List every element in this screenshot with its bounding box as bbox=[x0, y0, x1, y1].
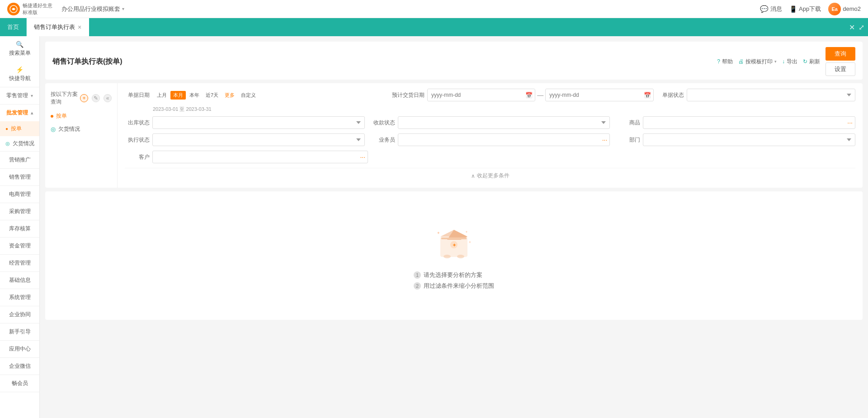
sidebar-item-purchase[interactable]: 采购管理 bbox=[0, 203, 39, 220]
salesperson-input[interactable] bbox=[398, 133, 610, 146]
salesperson-ellipsis-button[interactable]: ··· bbox=[602, 136, 608, 143]
sidebar-item-newbie[interactable]: 新手引导 bbox=[0, 323, 39, 340]
sidebar-wechat-section: 企业微信 bbox=[0, 358, 39, 375]
template-print-button[interactable]: 🖨 按模板打印 ▾ bbox=[738, 58, 777, 66]
sidebar-item-inventory[interactable]: 库存核算 bbox=[0, 220, 39, 237]
help-button[interactable]: ? 帮助 bbox=[717, 58, 733, 66]
by-order-dot-icon: ● bbox=[5, 126, 8, 131]
filter-field-doc-status: 单据状态 bbox=[659, 89, 855, 101]
header-left: 畅捷通好生意 标准版 办公用品行业模拟账套 ▾ bbox=[7, 2, 124, 15]
expected-date-start-input[interactable] bbox=[427, 89, 535, 101]
svg-text:✦: ✦ bbox=[437, 231, 440, 235]
filter-row-2: 出库状态 收款状态 bbox=[125, 116, 855, 129]
logo-area: 畅捷通好生意 标准版 bbox=[7, 2, 52, 15]
scheme-item-by-order[interactable]: 按单 bbox=[45, 109, 117, 123]
period-more[interactable]: 更多 bbox=[222, 91, 237, 100]
retail-expand-icon: ▾ bbox=[31, 93, 33, 98]
dept-select[interactable] bbox=[643, 133, 855, 146]
refresh-button[interactable]: ↻ 刷新 bbox=[803, 58, 820, 66]
logo-text: 畅捷通好生意 标准版 bbox=[23, 2, 52, 15]
sidebar-item-wechat[interactable]: 企业微信 bbox=[0, 358, 39, 375]
sidebar-item-apps[interactable]: 应用中心 bbox=[0, 341, 39, 357]
date-separator: — bbox=[537, 91, 543, 99]
tab-spacer bbox=[89, 18, 845, 36]
message-button[interactable]: 💬 消息 bbox=[760, 5, 782, 13]
doc-status-select[interactable] bbox=[687, 89, 855, 101]
tab-home[interactable]: 首页 bbox=[0, 18, 27, 36]
sidebar-item-sales[interactable]: 销售管理 bbox=[0, 169, 39, 185]
message-icon: 💬 bbox=[760, 5, 769, 13]
app-download-button[interactable]: 📱 App下载 bbox=[789, 5, 821, 13]
scheme-item-owe[interactable]: ◎ 欠货情况 bbox=[45, 123, 117, 136]
sidebar-ecommerce-section: 电商管理 bbox=[0, 186, 39, 203]
customer-ellipsis-button[interactable]: ··· bbox=[360, 153, 365, 161]
goods-input[interactable] bbox=[643, 116, 855, 129]
sidebar-item-marketing[interactable]: 营销推广 bbox=[0, 152, 39, 168]
goods-ellipsis-button[interactable]: ··· bbox=[847, 119, 853, 126]
filter-panel: 按以下方案查询 + ✎ « 按单 ◎ bbox=[45, 83, 863, 188]
customer-input[interactable] bbox=[152, 151, 368, 163]
doc-status-select-wrap bbox=[687, 89, 855, 101]
tab-sales-order[interactable]: 销售订单执行表 × bbox=[27, 18, 89, 36]
collapse-more-button[interactable]: ∧ 收起更多条件 bbox=[471, 172, 509, 180]
period-this-year[interactable]: 本年 bbox=[187, 91, 202, 100]
query-button[interactable]: 查询 bbox=[826, 47, 855, 61]
step-1-num: 1 bbox=[414, 271, 421, 279]
breadcrumb[interactable]: 办公用品行业模拟账套 ▾ bbox=[61, 5, 124, 13]
collapse-scheme-button[interactable]: « bbox=[104, 94, 112, 102]
exec-status-select-wrap bbox=[152, 133, 365, 146]
sidebar-item-enterprise[interactable]: 企业协同 bbox=[0, 306, 39, 323]
edit-scheme-button[interactable]: ✎ bbox=[92, 94, 100, 102]
date-hint-row: 2023-03-01 至 2023-03-31 bbox=[125, 106, 855, 116]
ship-status-select[interactable] bbox=[152, 116, 365, 129]
query-settings-group: 查询 设置 bbox=[826, 47, 855, 76]
user-profile[interactable]: Ea demo2 bbox=[828, 3, 861, 15]
sidebar-item-retail[interactable]: 零售管理 ▾ bbox=[0, 87, 39, 104]
owe-circle-icon: ◎ bbox=[5, 141, 10, 147]
filter-sidebar-icons: + ✎ « bbox=[80, 94, 112, 102]
sidebar-sales-section: 销售管理 bbox=[0, 169, 39, 186]
sidebar-item-ecommerce[interactable]: 电商管理 bbox=[0, 186, 39, 203]
sidebar-sub-by-order[interactable]: ● 按单 bbox=[0, 121, 39, 136]
period-7days[interactable]: 近7天 bbox=[203, 91, 221, 100]
sidebar-quick-nav[interactable]: ⚡ 快捷导航 bbox=[0, 62, 39, 87]
add-scheme-button[interactable]: + bbox=[80, 94, 88, 102]
window-expand-button[interactable]: ⤢ bbox=[859, 23, 864, 32]
period-this-month[interactable]: 本月 bbox=[170, 91, 186, 100]
sidebar-sub-owe[interactable]: ◎ 欠货情况 bbox=[0, 136, 39, 151]
expected-date-end-wrap: 📅 bbox=[545, 89, 653, 101]
sidebar-ops-section: 经营管理 bbox=[0, 255, 39, 272]
tab-bar: 首页 销售订单执行表 × ✕ ⤢ bbox=[0, 18, 868, 36]
sidebar-item-basic[interactable]: 基础信息 bbox=[0, 272, 39, 289]
sidebar-item-finance[interactable]: 资金管理 bbox=[0, 238, 39, 254]
print-icon: 🖨 bbox=[738, 58, 744, 65]
sidebar-wholesale: 批发管理 ▴ ● 按单 ◎ 欠货情况 bbox=[0, 104, 39, 152]
payment-status-select[interactable] bbox=[398, 116, 610, 129]
sidebar-search-section: 🔍 搜索菜单 ⚡ 快捷导航 bbox=[0, 36, 39, 87]
sidebar-item-system[interactable]: 系统管理 bbox=[0, 289, 39, 306]
window-close-button[interactable]: ✕ bbox=[849, 23, 855, 32]
salesperson-input-wrap: ··· bbox=[398, 133, 610, 146]
period-last-month[interactable]: 上月 bbox=[154, 91, 170, 100]
filter-field-goods: 商品 ··· bbox=[615, 116, 855, 129]
sidebar-item-ops[interactable]: 经营管理 bbox=[0, 255, 39, 271]
step-2-num: 2 bbox=[414, 282, 421, 290]
filter-scheme-sidebar: 按以下方案查询 + ✎ « 按单 ◎ bbox=[45, 83, 118, 188]
empty-state: ✦ ✦ ✦ ✦ 1 请先选择要分析的方案 bbox=[45, 191, 863, 320]
header-right: 💬 消息 📱 App下载 Ea demo2 bbox=[760, 3, 861, 15]
sidebar-retail: 零售管理 ▾ bbox=[0, 87, 39, 104]
sidebar-apps-section: 应用中心 bbox=[0, 341, 39, 358]
filter-field-salesperson: 业务员 ··· bbox=[370, 133, 610, 146]
exec-status-select[interactable] bbox=[152, 133, 365, 146]
tab-close-icon[interactable]: × bbox=[78, 24, 81, 31]
goods-input-wrap: ··· bbox=[643, 116, 855, 129]
export-button[interactable]: ↓ 导出 bbox=[782, 58, 797, 66]
sidebar-search[interactable]: 🔍 搜索菜单 bbox=[0, 36, 39, 62]
sidebar-marketing-section: 营销推广 bbox=[0, 152, 39, 169]
settings-button[interactable]: 设置 bbox=[826, 62, 855, 76]
sidebar-item-wholesale[interactable]: 批发管理 ▴ bbox=[0, 104, 39, 121]
print-dropdown-icon: ▾ bbox=[774, 59, 777, 64]
expected-date-end-input[interactable] bbox=[545, 89, 653, 101]
sidebar-item-vip[interactable]: 畅会员 bbox=[0, 375, 39, 392]
period-custom[interactable]: 自定义 bbox=[238, 91, 259, 100]
